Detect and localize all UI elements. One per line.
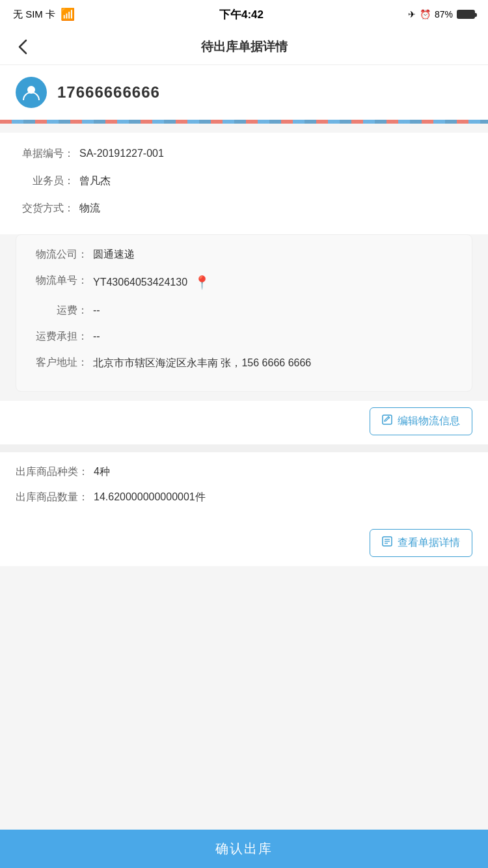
goods-section: 出库商品种类： 4种 出库商品数量： 14.620000000000001件	[0, 452, 488, 522]
delivery-method-value: 物流	[79, 200, 472, 216]
tracking-label: 物流单号：	[29, 273, 88, 288]
goods-type-row: 出库商品种类： 4种	[16, 465, 472, 479]
battery-text: 87%	[435, 9, 453, 20]
sales-rep-label: 业务员：	[16, 173, 74, 189]
back-button[interactable]	[13, 34, 33, 60]
sales-rep-row: 业务员： 曾凡杰	[16, 173, 472, 189]
nav-bar: 待出库单据详情	[0, 29, 488, 65]
view-details-button[interactable]: 查看单据详情	[370, 529, 472, 557]
view-icon	[382, 536, 392, 549]
edit-btn-row: 编辑物流信息	[0, 401, 488, 444]
status-bar: 无 SIM 卡 📶 下午4:42 ✈ ⏰ 87%	[0, 0, 488, 29]
alarm-icon: ⏰	[420, 9, 431, 20]
logistics-company-label: 物流公司：	[29, 247, 88, 262]
logistics-company-value: 圆通速递	[93, 247, 459, 262]
customer-phone: 17666666666	[57, 83, 160, 102]
goods-type-value: 4种	[94, 465, 110, 479]
status-right: ✈ ⏰ 87%	[408, 9, 475, 20]
freight-label: 运费：	[29, 303, 88, 318]
delivery-method-row: 交货方式： 物流	[16, 200, 472, 216]
freight-bearer-value: --	[93, 329, 459, 344]
freight-bearer-label: 运费承担：	[29, 329, 88, 344]
freight-bearer-row: 运费承担： --	[29, 329, 459, 344]
tracking-value-container: YT43064053424130 📍	[93, 273, 459, 292]
empty-space	[0, 566, 488, 696]
delivery-method-label: 交货方式：	[16, 200, 74, 216]
battery-icon	[457, 10, 475, 19]
goods-quantity-row: 出库商品数量： 14.620000000000001件	[16, 491, 472, 504]
logistics-card: 物流公司： 圆通速递 物流单号： YT43064053424130 📍 运费： …	[16, 234, 472, 392]
freight-value: --	[93, 303, 459, 318]
logistics-company-row: 物流公司： 圆通速递	[29, 247, 459, 262]
dashed-divider	[0, 120, 488, 124]
order-number-label: 单据编号：	[16, 146, 74, 161]
status-time: 下午4:42	[219, 7, 264, 22]
view-btn-row: 查看单据详情	[0, 522, 488, 566]
goods-quantity-label: 出库商品数量：	[16, 491, 88, 504]
customer-header: 17666666666	[0, 65, 488, 120]
edit-logistics-button[interactable]: 编辑物流信息	[370, 407, 472, 435]
page-title: 待出库单据详情	[201, 38, 288, 55]
address-value: 北京市市辖区海淀区永丰南 张，156 6666 6666	[93, 355, 459, 372]
tracking-number-row: 物流单号： YT43064053424130 📍	[29, 273, 459, 292]
address-label: 客户地址：	[29, 355, 88, 370]
confirm-outbound-button[interactable]: 确认出库	[215, 840, 273, 858]
carrier-text: 无 SIM 卡	[13, 8, 55, 21]
order-info-section: 单据编号： SA-20191227-001 业务员： 曾凡杰 交货方式： 物流	[0, 133, 488, 234]
address-row: 客户地址： 北京市市辖区海淀区永丰南 张，156 6666 6666	[29, 355, 459, 372]
edit-logistics-label: 编辑物流信息	[398, 414, 460, 428]
tracking-number-text: YT43064053424130	[93, 275, 187, 290]
order-number-row: 单据编号： SA-20191227-001	[16, 146, 472, 161]
avatar	[16, 77, 47, 108]
order-number-value: SA-20191227-001	[79, 146, 472, 161]
wifi-icon: 📶	[61, 7, 75, 21]
confirm-btn-container: 确认出库	[0, 830, 488, 868]
status-left: 无 SIM 卡 📶	[13, 7, 75, 21]
view-details-label: 查看单据详情	[398, 536, 460, 550]
goods-quantity-value: 14.620000000000001件	[94, 491, 206, 504]
section-divider	[0, 444, 488, 452]
goods-type-label: 出库商品种类：	[16, 465, 88, 479]
location-status-icon: ✈	[408, 9, 416, 20]
freight-row: 运费： --	[29, 303, 459, 318]
sales-rep-value: 曾凡杰	[79, 173, 472, 189]
tracking-location-icon[interactable]: 📍	[194, 273, 210, 292]
edit-icon	[382, 414, 392, 427]
